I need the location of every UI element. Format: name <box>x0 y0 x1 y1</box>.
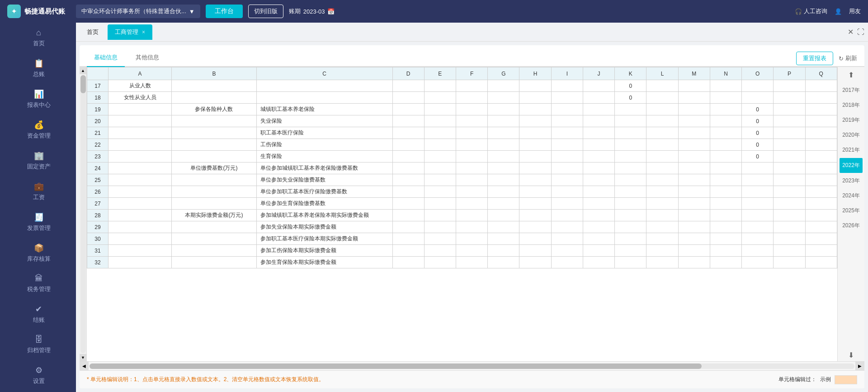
cell-empty[interactable] <box>519 257 551 268</box>
hscroll-track[interactable] <box>90 363 854 369</box>
cell-empty[interactable] <box>519 115 551 127</box>
cell-empty[interactable] <box>805 163 837 174</box>
cell-empty[interactable] <box>583 210 614 221</box>
cell-col-a[interactable] <box>108 127 171 139</box>
cell-col-o[interactable] <box>742 174 774 186</box>
cell-empty[interactable] <box>710 127 741 139</box>
cell-empty[interactable] <box>678 104 710 115</box>
cell-empty[interactable] <box>551 186 583 198</box>
cell-empty[interactable] <box>805 186 837 198</box>
sub-tab-other-info[interactable]: 其他信息 <box>128 51 166 67</box>
cell-col-a[interactable] <box>108 210 171 221</box>
cell-empty[interactable] <box>424 245 456 257</box>
cell-empty[interactable] <box>678 174 710 186</box>
cell-empty[interactable] <box>583 127 614 139</box>
reset-report-button[interactable]: 重置报表 <box>796 52 833 65</box>
sidebar-item-invoice[interactable]: 🧾 发票管理 <box>0 207 76 238</box>
cell-col-c[interactable]: 生育保险 <box>256 151 392 163</box>
cell-empty[interactable] <box>583 115 614 127</box>
cell-empty[interactable] <box>551 92 583 104</box>
cell-empty[interactable] <box>774 257 805 268</box>
cell-col-o[interactable] <box>742 233 774 245</box>
year-scroll-up-button[interactable]: ⬆ <box>846 69 856 81</box>
cell-empty[interactable] <box>805 104 837 115</box>
cell-empty[interactable] <box>774 174 805 186</box>
cell-empty[interactable] <box>710 186 741 198</box>
cell-empty[interactable] <box>646 139 678 151</box>
cell-empty[interactable] <box>583 257 614 268</box>
cell-empty[interactable] <box>774 139 805 151</box>
sidebar-item-settle[interactable]: ✔ 结账 <box>0 299 76 330</box>
cell-empty[interactable] <box>710 221 741 233</box>
cell-empty[interactable] <box>805 198 837 210</box>
cell-empty[interactable] <box>519 198 551 210</box>
cell-empty[interactable] <box>488 115 519 127</box>
cell-empty[interactable] <box>646 127 678 139</box>
cell-empty[interactable] <box>710 163 741 174</box>
cell-col-b[interactable] <box>172 92 256 104</box>
cell-col-a[interactable] <box>108 115 171 127</box>
sidebar-item-ledger[interactable]: 📋 总账 <box>0 53 76 84</box>
cell-col-c[interactable]: 参加生育保险本期实际缴费金额 <box>256 257 392 268</box>
cell-col-k[interactable] <box>615 245 646 257</box>
cell-empty[interactable] <box>392 210 424 221</box>
cell-empty[interactable] <box>424 257 456 268</box>
cell-col-a[interactable] <box>108 233 171 245</box>
cell-empty[interactable] <box>519 210 551 221</box>
sidebar-item-archive[interactable]: 🗄 归档管理 <box>0 330 76 360</box>
cell-empty[interactable] <box>424 104 456 115</box>
cell-empty[interactable] <box>805 92 837 104</box>
cell-empty[interactable] <box>519 139 551 151</box>
cell-col-a[interactable]: 女性从业人员 <box>108 92 171 104</box>
cell-empty[interactable] <box>551 80 583 92</box>
year-scroll-down-button[interactable]: ⬇ <box>846 349 856 361</box>
cell-empty[interactable] <box>551 127 583 139</box>
sidebar-item-settings[interactable]: ⚙ 设置 <box>0 360 76 391</box>
cell-col-b[interactable] <box>172 151 256 163</box>
cell-empty[interactable] <box>456 92 487 104</box>
cell-empty[interactable] <box>710 174 741 186</box>
cell-empty[interactable] <box>392 151 424 163</box>
cell-empty[interactable] <box>678 233 710 245</box>
cell-col-c[interactable]: 单位参加生育保险缴费基数 <box>256 198 392 210</box>
cell-empty[interactable] <box>424 139 456 151</box>
cell-empty[interactable] <box>519 221 551 233</box>
cell-empty[interactable] <box>392 257 424 268</box>
cell-empty[interactable] <box>646 221 678 233</box>
cell-empty[interactable] <box>424 127 456 139</box>
cell-col-o[interactable] <box>742 163 774 174</box>
cell-col-c[interactable]: 单位参加职工基本医疗保险缴费基数 <box>256 186 392 198</box>
year-item[interactable]: 2019年 <box>838 113 864 128</box>
cell-empty[interactable] <box>646 210 678 221</box>
cell-empty[interactable] <box>392 92 424 104</box>
cell-empty[interactable] <box>583 186 614 198</box>
cell-empty[interactable] <box>551 174 583 186</box>
horizontal-scrollbar[interactable]: ◀ ▶ <box>80 361 864 370</box>
year-item[interactable]: 2024年 <box>838 188 864 203</box>
cell-empty[interactable] <box>392 221 424 233</box>
cell-empty[interactable] <box>424 186 456 198</box>
cell-col-b[interactable] <box>172 221 256 233</box>
cell-empty[interactable] <box>424 151 456 163</box>
cell-empty[interactable] <box>678 221 710 233</box>
cell-col-c[interactable]: 参加职工基本医疗保险本期实际缴费金额 <box>256 233 392 245</box>
sidebar-item-wages[interactable]: 💼 工资 <box>0 176 76 207</box>
cell-empty[interactable] <box>488 257 519 268</box>
cell-empty[interactable] <box>710 151 741 163</box>
cell-col-a[interactable] <box>108 139 171 151</box>
cell-col-o[interactable] <box>742 186 774 198</box>
sidebar-item-report[interactable]: 📊 报表中心 <box>0 84 76 115</box>
cell-empty[interactable] <box>710 233 741 245</box>
cell-empty[interactable] <box>646 233 678 245</box>
cell-empty[interactable] <box>424 233 456 245</box>
cell-empty[interactable] <box>456 139 487 151</box>
company-selector[interactable]: 中审众环会计师事务所（特殊普通合伙... ▼ <box>76 5 200 18</box>
cell-empty[interactable] <box>456 233 487 245</box>
cell-empty[interactable] <box>456 80 487 92</box>
cell-col-k[interactable] <box>615 210 646 221</box>
cell-col-k[interactable] <box>615 198 646 210</box>
cell-col-b[interactable]: 参保各险种人数 <box>172 104 256 115</box>
cell-empty[interactable] <box>805 80 837 92</box>
cell-empty[interactable] <box>519 127 551 139</box>
cell-empty[interactable] <box>424 174 456 186</box>
